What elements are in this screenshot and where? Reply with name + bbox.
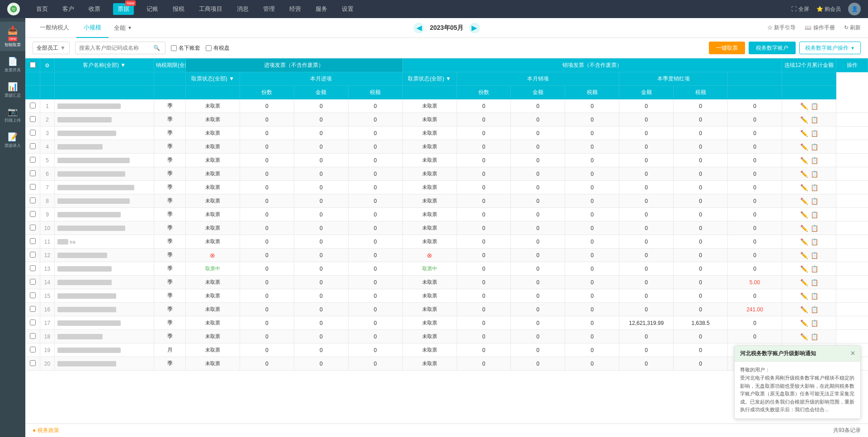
row-checkbox-cell[interactable]: [26, 99, 40, 113]
customer-search-input[interactable]: [79, 45, 151, 51]
edit-icon[interactable]: ✏️: [800, 279, 808, 286]
nav-customer[interactable]: 客户: [61, 5, 76, 13]
mybooks-checkbox[interactable]: [171, 45, 177, 51]
edit-icon[interactable]: ✏️: [800, 225, 808, 232]
tax-ops-btn[interactable]: 税务数字账户操作 ▼: [799, 42, 861, 54]
copy-icon[interactable]: 📋: [811, 225, 818, 232]
row-checkbox[interactable]: [30, 347, 36, 352]
edit-icon[interactable]: ✏️: [800, 170, 808, 178]
row-checkbox[interactable]: [30, 265, 36, 271]
edit-icon[interactable]: ✏️: [800, 333, 808, 340]
row-checkbox[interactable]: [30, 157, 36, 163]
row-checkbox-cell[interactable]: [26, 276, 40, 289]
col-select-all[interactable]: [26, 59, 40, 72]
row-checkbox[interactable]: [30, 184, 36, 190]
copy-icon[interactable]: 📋: [811, 333, 818, 340]
tax-digital-btn[interactable]: 税务数字账户: [749, 42, 796, 54]
nav-manage[interactable]: 管理: [261, 5, 277, 13]
edit-icon[interactable]: ✏️: [800, 211, 808, 218]
row-checkbox-cell[interactable]: [26, 208, 40, 221]
copy-icon[interactable]: 📋: [811, 116, 818, 123]
row-checkbox[interactable]: [30, 116, 36, 122]
edit-icon[interactable]: ✏️: [800, 306, 808, 313]
row-checkbox-cell[interactable]: [26, 249, 40, 262]
copy-icon[interactable]: 📋: [811, 197, 818, 205]
search-icon[interactable]: 🔍: [153, 45, 160, 51]
one-click-btn[interactable]: 一键取票: [709, 42, 745, 54]
edit-icon[interactable]: ✏️: [800, 157, 808, 164]
member-btn[interactable]: ⭐ 购会员: [816, 5, 841, 13]
edit-icon[interactable]: ✏️: [800, 265, 808, 273]
nav-business[interactable]: 工商项目: [197, 5, 224, 13]
row-checkbox[interactable]: [30, 211, 36, 217]
edit-icon[interactable]: ✏️: [800, 197, 808, 205]
copy-icon[interactable]: 📋: [811, 265, 818, 273]
edit-icon[interactable]: ✏️: [800, 238, 808, 245]
row-checkbox[interactable]: [30, 306, 36, 312]
row-checkbox[interactable]: [30, 292, 36, 298]
copy-icon[interactable]: 📋: [811, 306, 818, 313]
copy-icon[interactable]: 📋: [811, 170, 818, 178]
row-checkbox-cell[interactable]: [26, 330, 40, 343]
sidebar-item-invoice[interactable]: 📄 发票开具: [0, 53, 25, 76]
col-settings[interactable]: ⚙: [40, 59, 55, 72]
row-checkbox-cell[interactable]: [26, 235, 40, 249]
row-checkbox[interactable]: [30, 320, 36, 325]
row-checkbox-cell[interactable]: [26, 303, 40, 316]
sidebar-item-scan[interactable]: 📷 扫描上传: [0, 103, 25, 127]
user-avatar[interactable]: 👤: [848, 3, 861, 15]
next-month-btn[interactable]: ▶: [469, 23, 480, 33]
select-all-checkbox[interactable]: [30, 62, 36, 68]
tab-general-taxpayer[interactable]: 一般纳税人: [33, 18, 76, 38]
copy-icon[interactable]: 📋: [811, 238, 818, 245]
sidebar-item-entry[interactable]: 📝 票据录入: [0, 128, 25, 152]
row-checkbox-cell[interactable]: [26, 221, 40, 235]
refresh-btn[interactable]: ↻ 刷新: [844, 24, 861, 32]
row-checkbox[interactable]: [30, 170, 36, 176]
nav-receive[interactable]: 收票: [87, 5, 102, 13]
col-customer[interactable]: 客户名称(全部) ▼: [55, 59, 154, 72]
row-checkbox-cell[interactable]: [26, 181, 40, 194]
row-checkbox-cell[interactable]: [26, 113, 40, 127]
col-tax-period[interactable]: 纳税期限(全部): [154, 59, 186, 72]
edit-icon[interactable]: ✏️: [800, 184, 808, 191]
row-checkbox[interactable]: [30, 225, 36, 230]
copy-icon[interactable]: 📋: [811, 130, 818, 137]
row-checkbox-cell[interactable]: [26, 262, 40, 276]
copy-icon[interactable]: 📋: [811, 211, 818, 218]
edit-icon[interactable]: ✏️: [800, 130, 808, 137]
tax-policy-link[interactable]: ● 税务政策: [33, 427, 59, 434]
nav-operation[interactable]: 经营: [288, 5, 303, 13]
row-checkbox-cell[interactable]: [26, 316, 40, 330]
row-checkbox-cell[interactable]: [26, 194, 40, 208]
row-checkbox-cell[interactable]: [26, 289, 40, 303]
row-checkbox[interactable]: [30, 333, 36, 339]
copy-icon[interactable]: 📋: [811, 320, 818, 327]
manual-btn[interactable]: 📖 操作手册: [805, 24, 835, 32]
row-checkbox-cell[interactable]: [26, 343, 40, 357]
nav-bookkeeping[interactable]: 记账: [145, 5, 160, 13]
mybooks-checkbox-label[interactable]: 名下账套: [171, 44, 200, 52]
copy-icon[interactable]: 📋: [811, 292, 818, 300]
nav-settings[interactable]: 设置: [340, 5, 355, 13]
edit-icon[interactable]: ✏️: [800, 103, 808, 110]
nav-message[interactable]: 消息: [235, 5, 250, 13]
row-checkbox[interactable]: [30, 279, 36, 285]
row-checkbox[interactable]: [30, 197, 36, 203]
prev-month-btn[interactable]: ◀: [414, 23, 425, 33]
copy-icon[interactable]: 📋: [811, 279, 818, 286]
has-tax-checkbox-label[interactable]: 有税盘: [206, 44, 230, 52]
edit-icon[interactable]: ✏️: [800, 292, 808, 300]
row-checkbox[interactable]: [30, 130, 36, 136]
tab-all-capability[interactable]: 全能 ▼: [108, 18, 137, 38]
edit-icon[interactable]: ✏️: [800, 116, 808, 123]
nav-ticket[interactable]: 票据 new: [113, 3, 134, 15]
edit-icon[interactable]: ✏️: [800, 320, 808, 327]
has-tax-checkbox[interactable]: [206, 45, 212, 51]
notification-close-btn[interactable]: ×: [851, 349, 855, 357]
nav-service[interactable]: 服务: [314, 5, 329, 13]
employee-select[interactable]: 全部员工 ▼: [33, 42, 70, 54]
col-in-status[interactable]: 取票状态(全部) ▼: [186, 72, 240, 86]
nav-home[interactable]: 首页: [34, 5, 50, 13]
row-checkbox[interactable]: [30, 143, 36, 149]
